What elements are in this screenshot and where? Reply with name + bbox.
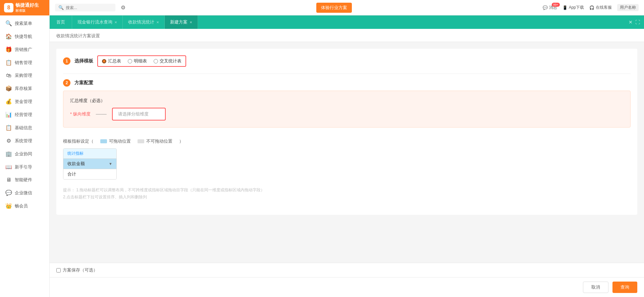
tab-bar-right: ✕ ⛶: [629, 19, 644, 25]
step2-header: 2 方案配置: [63, 79, 93, 87]
sidebar-item-label: 企业协同: [15, 151, 32, 157]
radio-detail-label: 明细表: [134, 58, 147, 64]
sidebar-item-enterprise[interactable]: 🏢企业协同: [0, 147, 49, 160]
content-area: 收款情况统计方案设置 1 选择模板 汇总表 明细表: [50, 29, 644, 297]
username-display: 用户名称: [617, 4, 639, 11]
legend-nodrag: 不可拖动位置: [138, 138, 172, 144]
save-checkbox-label[interactable]: 方案保存（可选）: [56, 267, 98, 273]
indicator-table-header: 统计指标: [63, 149, 116, 159]
tab-label-1: 现金银行流水查询: [77, 19, 112, 25]
drag-color-swatch: [100, 139, 107, 143]
sidebar-item-label: 库存核算: [15, 86, 32, 92]
purchase-icon: 🛍: [5, 72, 12, 79]
indicator-col-header[interactable]: 收款金额 ▼: [63, 159, 116, 169]
sidebar-item-sales[interactable]: 📋销售管理: [0, 56, 49, 69]
sidebar-item-label: 基础信息: [15, 125, 32, 131]
tab-close-icon-3[interactable]: ✕: [190, 20, 192, 24]
step1-title: 选择模板: [74, 58, 93, 64]
app-download-label: App下载: [569, 5, 584, 10]
tab-3[interactable]: 新建方案✕: [165, 15, 198, 29]
sidebar-item-system[interactable]: ⚙系统管理: [0, 134, 49, 147]
tab-close-icon-2[interactable]: ✕: [156, 20, 159, 24]
tab-label-3: 新建方案: [170, 19, 187, 25]
template-radio-group: 汇总表 明细表 交叉统计表: [97, 55, 186, 67]
basic-icon: 📋: [5, 125, 12, 131]
message-icon: 💬: [543, 5, 548, 10]
main-card: 1 选择模板 汇总表 明细表 交叉统计表: [56, 49, 637, 215]
system-icon: ⚙: [5, 138, 12, 144]
industry-button[interactable]: 体验行业方案: [316, 3, 352, 13]
capital-icon: 💰: [5, 98, 12, 105]
chevron-down-icon: ▼: [109, 162, 112, 166]
breadcrumb: 收款情况统计方案设置: [56, 33, 100, 38]
sidebar-item-wechat[interactable]: 💬企业微信: [0, 186, 49, 199]
dimension-placeholder: 请选择分组维度: [118, 111, 149, 116]
logo-icon: 8: [4, 3, 13, 12]
message-badge: 99+: [552, 3, 559, 7]
dimension-row: * 纵向维度 —— 请选择分组维度: [70, 108, 624, 120]
cancel-button[interactable]: 取消: [583, 282, 608, 293]
sidebar-item-capital[interactable]: 💰资金管理: [0, 95, 49, 108]
sidebar-item-newbie[interactable]: 📖新手引导: [0, 160, 49, 174]
gear-icon[interactable]: ⚙: [121, 4, 125, 11]
service-label: 在线客服: [596, 5, 612, 10]
sidebar-item-quicknav[interactable]: 🏠快捷导航: [0, 30, 49, 43]
step2-badge: 2: [63, 79, 70, 87]
indicator-header: 模板指标设定（ 可拖动位置 不可拖动位置 ）: [63, 138, 631, 144]
step1-badge: 1: [63, 57, 70, 65]
legend-drag: 可拖动位置: [100, 138, 131, 144]
col-header-label: 收款金额: [67, 161, 85, 167]
vertical-dimension-label: * 纵向维度: [70, 111, 91, 117]
drag-label: 可拖动位置: [109, 138, 131, 144]
save-checkbox[interactable]: [56, 268, 61, 273]
search-box[interactable]: 🔍: [55, 4, 115, 11]
radio-summary[interactable]: 汇总表: [102, 58, 121, 64]
radio-detail[interactable]: 明细表: [128, 58, 147, 64]
indicator-title-close: ）: [179, 138, 183, 144]
sidebar-item-inventory[interactable]: 📦库存核算: [0, 82, 49, 95]
sidebar: 8 畅捷通好生 标准版 🔍搜索菜单🏠快捷导航🎁营销推广📋销售管理🛍采购管理📦库存…: [0, 0, 50, 297]
sidebar-item-marketing[interactable]: 🎁营销推广: [0, 43, 49, 56]
sidebar-item-hardware[interactable]: 🖥智能硬件: [0, 174, 49, 186]
tab-close-icon-1[interactable]: ✕: [114, 20, 117, 24]
sidebar-nav: 🔍搜索菜单🏠快捷导航🎁营销推广📋销售管理🛍采购管理📦库存核算💰资金管理📊经营管理…: [0, 15, 49, 297]
tab-0[interactable]: 首页: [50, 15, 72, 29]
dimension-title: 汇总维度（必选）: [70, 98, 624, 104]
tab-1[interactable]: 现金银行流水查询✕: [72, 15, 123, 29]
sidebar-item-label: 搜索菜单: [15, 20, 32, 27]
sidebar-item-operation[interactable]: 📊经营管理: [0, 108, 49, 121]
sidebar-item-purchase[interactable]: 🛍采购管理: [0, 69, 49, 82]
member-icon: 👑: [5, 203, 12, 209]
indicator-cell-total: 合计: [63, 169, 116, 179]
sales-icon: 📋: [5, 59, 12, 66]
step2-row: 2 方案配置 汇总维度（必选） * 纵向维度 —— 请选择分组维度: [63, 79, 631, 201]
footer-area: 方案保存（可选）: [50, 263, 644, 277]
tab-2[interactable]: 收款情况统计✕: [123, 15, 165, 29]
sidebar-item-label: 经营管理: [15, 112, 32, 118]
sidebar-item-member[interactable]: 👑畅会员: [0, 199, 49, 212]
query-button[interactable]: 查询: [612, 282, 637, 293]
sidebar-item-label: 销售管理: [15, 60, 32, 66]
sidebar-item-basic[interactable]: 📋基础信息: [0, 121, 49, 134]
dimension-selector[interactable]: 请选择分组维度: [112, 108, 166, 120]
indicator-table: 统计指标 收款金额 ▼ 合计: [63, 148, 117, 180]
radio-summary-label: 汇总表: [108, 58, 121, 64]
page-header: 收款情况统计方案设置: [50, 29, 644, 42]
message-button[interactable]: 💬 消息 99+: [543, 5, 557, 10]
topbar-right: 💬 消息 99+ 📱 App下载 🎧 在线客服 用户名称: [543, 4, 639, 11]
tab-expand-icon[interactable]: ⛶: [635, 19, 640, 25]
sidebar-item-search[interactable]: 🔍搜索菜单: [0, 17, 49, 30]
search-icon: 🔍: [5, 20, 12, 27]
service-button[interactable]: 🎧 在线客服: [589, 5, 612, 10]
logo-text-group: 畅捷通好生 标准版: [15, 2, 39, 13]
radio-cross-label: 交叉统计表: [160, 58, 181, 64]
tab-close-all-icon[interactable]: ✕: [629, 19, 633, 25]
app-download-button[interactable]: 📱 App下载: [562, 5, 584, 10]
search-input[interactable]: [66, 5, 106, 10]
page-body: 1 选择模板 汇总表 明细表 交叉统计表: [50, 42, 644, 263]
radio-cross[interactable]: 交叉统计表: [154, 58, 181, 64]
indicator-title: 模板指标设定（: [63, 138, 94, 144]
newbie-icon: 📖: [5, 164, 12, 170]
sidebar-item-label: 智能硬件: [15, 177, 32, 183]
search-icon: 🔍: [58, 5, 64, 10]
